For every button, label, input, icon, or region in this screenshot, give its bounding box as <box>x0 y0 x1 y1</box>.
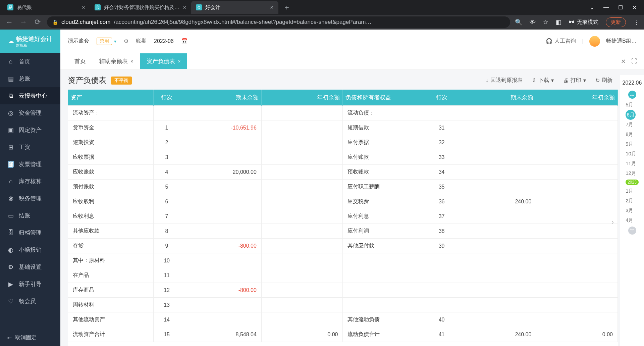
zoom-icon[interactable]: 🔍 <box>515 18 522 26</box>
extension-icon[interactable]: ◧ <box>556 18 561 26</box>
avatar[interactable] <box>589 36 600 47</box>
table-row[interactable]: 预付账款5应付职工薪酬35 <box>68 180 618 194</box>
month-item[interactable]: 6月 <box>626 110 636 120</box>
support-link[interactable]: 🎧 人工咨询 <box>546 38 576 45</box>
sidebar-item[interactable]: ♡畅会员 <box>0 293 60 310</box>
month-item[interactable]: 12月 <box>626 168 639 178</box>
close-icon[interactable]: × <box>130 59 133 64</box>
cell <box>261 253 343 268</box>
url-input[interactable]: 🔒 cloud2.chanjet.com/accounting/uh26t264… <box>47 16 510 28</box>
month-item[interactable]: 5月 <box>626 100 639 110</box>
cell <box>536 209 618 224</box>
sidebar-item-label: 资金管理 <box>19 109 42 117</box>
table-row[interactable]: 流动资产合计158,548.040.00流动负债合计41240.000.00 <box>68 327 618 342</box>
sidebar-item[interactable]: ◎资金管理 <box>0 104 60 121</box>
browser-tab[interactable]: 易 易代账 × <box>3 1 90 14</box>
disable-tag[interactable]: 禁用 <box>97 38 112 45</box>
download-button[interactable]: ⇩下载 ▾ <box>532 77 554 84</box>
return-original-button[interactable]: ↓回退到原报表 <box>486 77 523 84</box>
page-tab[interactable]: 首页 <box>68 53 93 69</box>
eye-off-icon[interactable]: 👁 <box>530 19 536 26</box>
month-item[interactable]: 2月 <box>626 196 639 206</box>
unpin-icon: ⇤ <box>7 335 12 341</box>
chevron-down-icon[interactable]: ▾ <box>114 39 116 44</box>
scroll-down-icon[interactable]: ︾ <box>628 227 636 235</box>
sidebar-item[interactable]: ▣固定资产 <box>0 121 60 139</box>
star-icon[interactable]: ☆ <box>543 18 548 26</box>
print-button[interactable]: 🖨打印 ▾ <box>563 77 586 84</box>
sidebar-item[interactable]: ▶新手引导 <box>0 276 60 293</box>
cell <box>536 239 618 253</box>
month-item[interactable]: 3月 <box>626 206 639 215</box>
sidebar-item[interactable]: ⊞工资 <box>0 139 60 156</box>
update-button[interactable]: 更新 <box>606 17 626 27</box>
sidebar-item[interactable]: ⌂库存核算 <box>0 173 60 190</box>
close-window-icon[interactable]: ✕ <box>632 4 637 11</box>
scroll-up-icon[interactable]: ︽ <box>628 91 636 99</box>
table-row[interactable]: 其中：原材料10 <box>68 253 618 268</box>
user-name[interactable]: 畅捷通B组… <box>606 38 637 45</box>
sidebar-item[interactable]: ⚙基础设置 <box>0 258 60 276</box>
table-row[interactable]: 货币资金1-10,651.96短期借款31 <box>68 120 618 135</box>
month-item[interactable]: 11月 <box>626 159 639 168</box>
month-item[interactable]: 8月 <box>626 130 639 139</box>
table-row[interactable]: 应收票据3应付账款33 <box>68 150 618 165</box>
reload-button[interactable]: ⟳ <box>33 18 42 27</box>
fullscreen-icon[interactable]: ⛶ <box>631 58 637 65</box>
browser-tab[interactable]: 会 好会计财务管理软件购买价格及… × <box>90 1 191 14</box>
sidebar-item[interactable]: 🧾发票管理 <box>0 156 60 173</box>
refresh-button[interactable]: ↻刷新 <box>595 77 612 84</box>
gear-icon[interactable]: ⚙ <box>124 38 128 44</box>
logo[interactable]: ☁ 畅捷通好会计 旗舰版 <box>0 30 60 53</box>
close-icon[interactable]: × <box>183 4 186 11</box>
cell <box>455 239 536 253</box>
table-row[interactable]: 其他流动资产14其他流动负债40 <box>68 312 618 327</box>
table-row[interactable]: 其他应收款8应付利润38 <box>68 224 618 239</box>
table-row[interactable]: 应收账款420,000.00预收账款34 <box>68 165 618 180</box>
sidebar-item[interactable]: ▤总账 <box>0 70 60 87</box>
page-tab[interactable]: 资产负债表× <box>140 53 187 69</box>
sidebar-unpin[interactable]: ⇤ 取消固定 <box>0 330 60 346</box>
cell: 流动负债合计 <box>343 327 428 342</box>
month-item[interactable]: 4月 <box>626 215 639 225</box>
sidebar-item[interactable]: ⧉云报表中心 <box>0 87 60 104</box>
month-item[interactable]: 1月 <box>626 186 639 196</box>
maximize-icon[interactable]: ☐ <box>618 4 623 11</box>
tabs-dropdown-icon[interactable]: ⌄ <box>590 4 594 11</box>
new-tab-button[interactable]: ＋ <box>278 2 295 12</box>
sheet-title: 资产负债表 <box>68 75 106 86</box>
table-row[interactable]: 应收利息7应付利息37 <box>68 209 618 224</box>
scroll-right-icon[interactable]: › <box>611 218 614 227</box>
sidebar-item[interactable]: ◐小畅报销 <box>0 241 60 258</box>
balance-sheet-table[interactable]: › 资产 行次 期末余额 年初余额 负债和所有者权益 行次 期末余额 <box>68 90 618 346</box>
table-row[interactable]: 库存商品12-800.00 <box>68 283 618 298</box>
back-button[interactable]: ← <box>5 18 14 27</box>
table-row[interactable]: 存货9-800.00其他应付款39 <box>68 239 618 253</box>
month-item[interactable]: 7月 <box>626 120 639 130</box>
forward-button[interactable]: → <box>19 18 28 27</box>
sidebar-item[interactable]: ▭结账 <box>0 207 60 224</box>
month-item[interactable]: 9月 <box>626 139 639 149</box>
sidebar-item[interactable]: 🗄归档管理 <box>0 224 60 241</box>
month-item[interactable]: 10月 <box>626 149 639 159</box>
th-end2: 期末余额 <box>455 90 536 106</box>
browser-tab-active[interactable]: 会 好会计 × <box>191 1 278 14</box>
sidebar-item[interactable]: ⌂首页 <box>0 53 60 70</box>
table-row[interactable]: 周转材料13 <box>68 298 618 312</box>
sidebar-item[interactable]: ❀税务管理 <box>0 190 60 207</box>
table-row[interactable]: 应收股利6应交税费36240.00 <box>68 194 618 209</box>
cell: 14 <box>153 312 180 327</box>
close-all-tabs-icon[interactable]: ✕ <box>621 58 626 65</box>
cell: 20,000.00 <box>180 165 262 180</box>
page-tab[interactable]: 辅助余额表× <box>93 53 140 69</box>
table-row[interactable]: 流动资产：流动负债： <box>68 106 618 120</box>
close-icon[interactable]: × <box>82 4 85 11</box>
year-label[interactable]: 2022.06 <box>623 78 642 89</box>
close-icon[interactable]: × <box>178 59 180 64</box>
minimize-icon[interactable]: ― <box>603 4 609 11</box>
calendar-icon[interactable]: 📅 <box>181 38 188 44</box>
table-row[interactable]: 在产品11 <box>68 268 618 283</box>
menu-icon[interactable]: ⋮ <box>633 18 639 26</box>
close-icon[interactable]: × <box>270 4 274 11</box>
table-row[interactable]: 短期投资2应付票据32 <box>68 135 618 150</box>
